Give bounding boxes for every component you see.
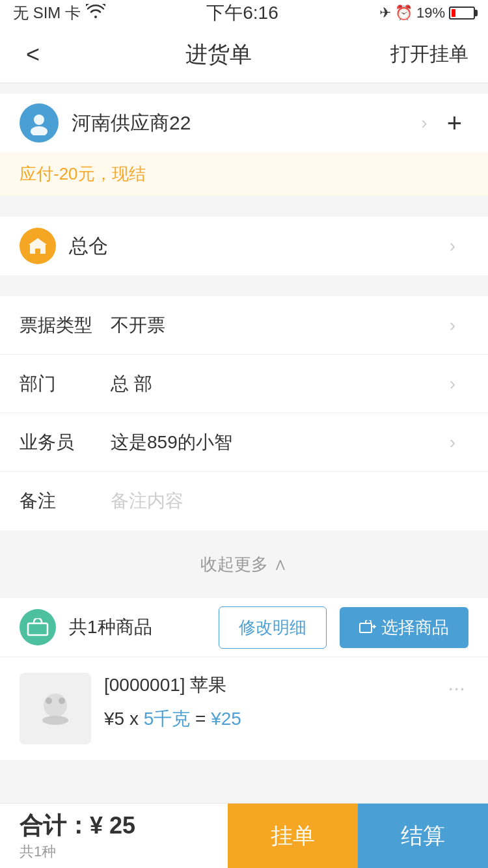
supplier-chevron-icon: ›: [421, 113, 427, 133]
invoice-value: 不开票: [98, 313, 450, 338]
invoice-row[interactable]: 票据类型 不开票 ›: [0, 296, 488, 355]
dept-label: 部门: [20, 372, 98, 396]
section-gap-3: [0, 275, 488, 286]
wifi-icon: [86, 4, 105, 22]
remark-row[interactable]: 备注 备注内容: [0, 472, 488, 530]
checkout-button[interactable]: 结算: [358, 804, 488, 869]
svg-point-7: [44, 694, 67, 717]
dept-value: 总 部: [98, 372, 450, 396]
svg-point-1: [31, 126, 47, 135]
product-more-button[interactable]: ···: [444, 673, 468, 703]
add-supplier-button[interactable]: +: [441, 105, 468, 141]
svg-marker-3: [29, 238, 47, 245]
remark-label: 备注: [20, 489, 98, 513]
invoice-chevron-icon: ›: [450, 315, 455, 336]
svg-rect-4: [35, 249, 40, 254]
status-time: 下午6:16: [206, 1, 278, 25]
status-left: 无 SIM 卡: [13, 3, 105, 23]
location-icon: ✈: [379, 5, 391, 21]
footer-summary: 合计：¥ 25 共1种: [0, 810, 228, 861]
svg-rect-5: [28, 623, 47, 635]
section-gap-1: [0, 83, 488, 94]
products-header: 共1种商品 修改明细 选择商品: [0, 598, 488, 657]
warehouse-icon: [20, 228, 56, 264]
product-unit-price: ¥5: [104, 709, 124, 729]
products-count: 共1种商品: [69, 615, 206, 640]
warehouse-name: 总仓: [69, 233, 450, 260]
total-value: ¥ 25: [90, 812, 135, 839]
product-total: ¥25: [211, 709, 241, 729]
section-gap-4: [0, 588, 488, 598]
product-thumbnail: [20, 673, 91, 744]
select-product-button[interactable]: 选择商品: [340, 607, 468, 648]
invoice-label: 票据类型: [20, 313, 98, 338]
warehouse-section: 总仓 ›: [0, 217, 488, 275]
products-icon: [20, 609, 56, 645]
sales-row[interactable]: 业务员 这是859的小智 ›: [0, 413, 488, 472]
pending-button[interactable]: 挂单: [228, 804, 358, 869]
battery-icon: [449, 7, 475, 20]
back-button[interactable]: <: [20, 34, 46, 75]
form-section: 票据类型 不开票 › 部门 总 部 › 业务员 这是859的小智 › 备注 备注…: [0, 296, 488, 530]
select-product-label: 选择商品: [381, 616, 449, 639]
dept-row[interactable]: 部门 总 部 ›: [0, 355, 488, 413]
battery-fill: [452, 9, 455, 17]
collapse-bar[interactable]: 收起更多 ∧: [0, 541, 488, 588]
main-content: 河南供应商22 › + 应付-20元，现结 总仓 › 票据类型 不开票 ›: [0, 83, 488, 825]
product-name: [0000001] 苹果: [104, 673, 431, 698]
sales-chevron-icon: ›: [450, 432, 455, 453]
carrier-text: 无 SIM 卡: [13, 3, 81, 23]
section-gap-2: [0, 196, 488, 206]
status-right: ✈ ⏰ 19%: [379, 5, 475, 21]
product-item: [0000001] 苹果 ¥5 x 5千克 = ¥25 ···: [0, 657, 488, 760]
sales-label: 业务员: [20, 430, 98, 455]
product-title: 苹果: [190, 675, 226, 695]
status-bar: 无 SIM 卡 下午6:16 ✈ ⏰ 19%: [0, 0, 488, 26]
product-code: [0000001]: [104, 675, 185, 695]
dept-chevron-icon: ›: [450, 373, 455, 394]
supplier-row[interactable]: 河南供应商22 › +: [0, 94, 488, 152]
warehouse-row[interactable]: 总仓 ›: [0, 217, 488, 275]
open-pending-button[interactable]: 打开挂单: [390, 41, 468, 68]
supplier-name: 河南供应商22: [72, 110, 421, 137]
edit-details-button[interactable]: 修改明细: [219, 606, 327, 649]
warehouse-chevron-icon: ›: [450, 236, 455, 256]
supplier-notice: 应付-20元，现结: [0, 152, 488, 196]
footer-total: 合计：¥ 25: [20, 810, 208, 842]
product-qty: 5千克: [144, 709, 191, 729]
product-price: ¥5 x 5千克 = ¥25: [104, 707, 431, 731]
remark-input[interactable]: 备注内容: [98, 489, 468, 513]
nav-bar: < 进货单 打开挂单: [0, 26, 488, 83]
sales-value: 这是859的小智: [98, 430, 450, 455]
supplier-section: 河南供应商22 › + 应付-20元，现结: [0, 94, 488, 196]
total-label: 合计：: [20, 812, 90, 839]
product-info: [0000001] 苹果 ¥5 x 5千克 = ¥25: [104, 673, 431, 731]
products-section: 共1种商品 修改明细 选择商品: [0, 598, 488, 760]
svg-point-10: [59, 698, 65, 704]
collapse-label: 收起更多 ∧: [200, 553, 287, 576]
svg-point-0: [34, 115, 44, 125]
svg-point-8: [42, 716, 68, 725]
footer-count: 共1种: [20, 842, 208, 861]
page-title: 进货单: [185, 40, 252, 70]
footer: 合计：¥ 25 共1种 挂单 结算: [0, 803, 488, 868]
battery-percent: 19%: [416, 5, 445, 21]
alarm-icon: ⏰: [395, 5, 413, 21]
svg-point-9: [46, 698, 52, 704]
svg-rect-6: [360, 623, 372, 632]
supplier-avatar: [20, 103, 59, 142]
